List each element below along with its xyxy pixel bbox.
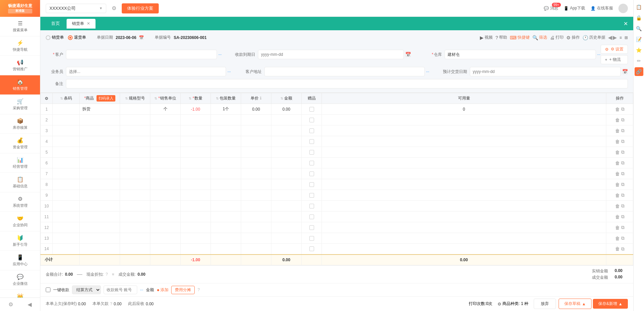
row-amount[interactable] [271, 244, 302, 255]
row-gift[interactable] [302, 222, 322, 233]
row-product[interactable] [80, 179, 120, 190]
row-qty[interactable] [181, 211, 211, 222]
history-btn[interactable]: 🕐 历史单据 [582, 35, 605, 40]
copy-icon[interactable]: ⧉ [621, 192, 624, 198]
account-input[interactable] [104, 285, 137, 294]
row-gift[interactable] [302, 190, 322, 201]
delete-icon[interactable]: 🗑 [615, 107, 620, 112]
row-unit[interactable] [150, 147, 181, 158]
row-price[interactable] [241, 244, 271, 255]
row-barcode[interactable] [53, 190, 80, 201]
copy-icon[interactable]: ⧉ [621, 214, 624, 220]
row-unit[interactable] [150, 211, 181, 222]
row-spec[interactable] [120, 222, 150, 233]
topbar-app-btn[interactable]: 📱 App下载 [564, 5, 585, 11]
row-pkg-qty[interactable]: 1个 [211, 104, 241, 115]
row-pkg-qty[interactable] [211, 211, 241, 222]
row-qty[interactable] [181, 115, 211, 125]
discount-help-icon[interactable]: ? [106, 272, 108, 277]
row-barcode[interactable] [53, 115, 80, 125]
row-unit[interactable] [150, 233, 181, 244]
date-calendar-icon[interactable]: 📅 [139, 35, 144, 40]
row-product[interactable] [80, 244, 120, 255]
row-pkg-qty[interactable] [211, 233, 241, 244]
customer-ellipsis-icon[interactable]: ··· [217, 52, 222, 57]
salesperson-input[interactable] [66, 67, 226, 76]
sidebar-item-sales[interactable]: 🏠 销售管理 [0, 75, 40, 95]
delete-icon[interactable]: 🗑 [615, 193, 620, 198]
row-amount[interactable] [271, 136, 302, 147]
row-spec[interactable] [120, 211, 150, 222]
print-nav[interactable]: ◀ ▶ [608, 34, 617, 41]
tab-sales-order[interactable]: 销货单 ✕ [67, 19, 96, 29]
row-product[interactable] [80, 190, 120, 201]
row-product[interactable]: 拆货 [80, 104, 120, 115]
sidebar-item-operations[interactable]: 📊 经营管理 [0, 153, 40, 173]
row-qty[interactable] [181, 222, 211, 233]
sidebar-item-quicknav[interactable]: ⚡ 快捷导航 [0, 36, 40, 56]
row-gift[interactable] [302, 201, 322, 211]
row-unit[interactable] [150, 244, 181, 255]
row-gift[interactable] [302, 244, 322, 255]
row-qty[interactable] [181, 158, 211, 168]
tab-home[interactable]: 首页 [46, 18, 65, 29]
row-spec[interactable] [120, 136, 150, 147]
row-product[interactable] [80, 158, 120, 168]
sidebar-item-system[interactable]: ⚙ 系统管理 [0, 192, 40, 212]
row-amount[interactable] [271, 211, 302, 222]
sidebar-settings-icon[interactable]: ⚙ [8, 301, 13, 308]
warehouse-input[interactable] [445, 50, 596, 59]
row-barcode[interactable] [53, 244, 80, 255]
copy-icon[interactable]: ⧉ [621, 149, 624, 155]
rp-pencil-icon[interactable]: ✏ [635, 56, 643, 65]
delete-icon[interactable]: 🗑 [615, 171, 620, 177]
operations-btn[interactable]: ⚙ 操作 [566, 35, 580, 40]
row-unit[interactable] [150, 222, 181, 233]
row-qty[interactable] [181, 190, 211, 201]
abandon-button[interactable]: 放弃 [534, 299, 556, 309]
row-unit[interactable] [150, 201, 181, 211]
row-gift[interactable] [302, 147, 322, 158]
row-barcode[interactable] [53, 125, 80, 136]
row-pkg-qty[interactable] [211, 136, 241, 147]
topbar-gear-icon[interactable]: ⚙ [110, 4, 118, 13]
copy-icon[interactable]: ⧉ [621, 246, 624, 252]
expected-date-input[interactable] [470, 67, 621, 76]
row-barcode[interactable] [53, 222, 80, 233]
row-barcode[interactable] [53, 136, 80, 147]
row-amount[interactable] [271, 190, 302, 201]
delete-icon[interactable]: 🗑 [615, 236, 620, 241]
row-price[interactable] [241, 201, 271, 211]
account-ellipsis-icon[interactable]: ··· [140, 287, 143, 292]
row-gift[interactable] [302, 104, 322, 115]
sidebar-item-enterprise[interactable]: 🤝 企业协同 [0, 212, 40, 231]
payment-date-calendar-icon[interactable]: 📅 [404, 52, 411, 57]
copy-icon[interactable]: ⧉ [621, 128, 624, 133]
row-price[interactable] [241, 222, 271, 233]
row-barcode[interactable] [53, 179, 80, 190]
row-qty[interactable] [181, 244, 211, 255]
copy-icon[interactable]: ⧉ [621, 182, 624, 187]
row-pkg-qty[interactable] [211, 222, 241, 233]
row-product[interactable] [80, 147, 120, 158]
sidebar-item-search[interactable]: ☰ 搜索菜单 [0, 17, 40, 36]
row-barcode[interactable] [53, 168, 80, 179]
row-qty[interactable] [181, 233, 211, 244]
copy-icon[interactable]: ⧉ [621, 117, 624, 123]
row-unit[interactable] [150, 158, 181, 168]
sidebar-item-inventory[interactable]: 📦 库存核算 [0, 114, 40, 134]
view-list-btn[interactable]: ≡ [619, 35, 622, 40]
row-amount[interactable] [271, 168, 302, 179]
warehouse-ellipsis-icon[interactable]: ··· [596, 52, 601, 57]
row-barcode[interactable] [53, 211, 80, 222]
row-product[interactable] [80, 222, 120, 233]
row-price[interactable] [241, 179, 271, 190]
logistics-button[interactable]: + + 物流 [601, 55, 628, 64]
row-qty[interactable] [181, 136, 211, 147]
row-amount[interactable] [271, 233, 302, 244]
row-barcode[interactable] [53, 233, 80, 244]
row-gift[interactable] [302, 115, 322, 125]
row-barcode[interactable] [53, 158, 80, 168]
row-amount[interactable] [271, 179, 302, 190]
row-product[interactable] [80, 201, 120, 211]
